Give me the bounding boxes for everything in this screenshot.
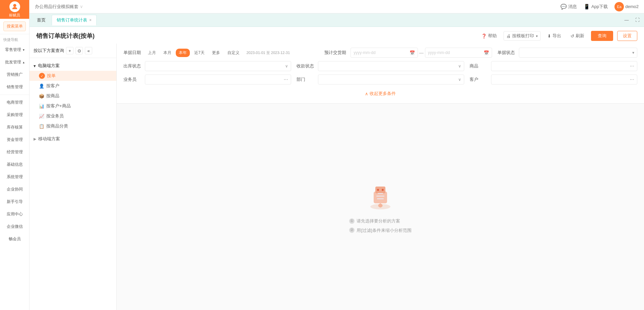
date-separator: — bbox=[419, 50, 424, 55]
sidebar-item-purchase[interactable]: 采购管理 bbox=[0, 109, 29, 121]
tab-sales-stats[interactable]: 销售订单统计表 × bbox=[52, 15, 97, 25]
svg-rect-8 bbox=[377, 198, 384, 199]
sidebar-item-sysmanage[interactable]: 系统管理 bbox=[0, 171, 29, 183]
date-btn-last-month[interactable]: 上月 bbox=[145, 49, 159, 57]
tab-maximize-button[interactable]: ⛶ bbox=[633, 16, 641, 24]
tab-minimize-button[interactable]: — bbox=[623, 16, 631, 24]
tab-close-icon[interactable]: × bbox=[89, 18, 92, 22]
user-profile-button[interactable]: Ea demo2 bbox=[614, 2, 639, 11]
sidebar-item-finance[interactable]: 资金管理 bbox=[0, 134, 29, 146]
sidebar-item-retail-label: 零售管理 bbox=[5, 47, 21, 53]
sidebar-item-vip[interactable]: 畅会员 bbox=[0, 233, 29, 245]
sidebar-item-wholesale[interactable]: 批发管理 ▴ bbox=[0, 56, 29, 68]
payment-select[interactable]: ∨ bbox=[318, 61, 464, 71]
left-panel-title: 按以下方案查询 bbox=[34, 48, 64, 54]
sidebar-item-inventory[interactable]: 库存核算 bbox=[0, 121, 29, 134]
empty-hint-2: ② 用[过滤]条件来缩小分析范围 bbox=[349, 226, 411, 234]
filter-row-1: 单据日期 上月 本月 本年 近7天 更多 自定义 2023-01-01 至 20… bbox=[123, 48, 637, 58]
sidebar-item-sales[interactable]: 销售管理 bbox=[0, 81, 29, 93]
print-dropdown-icon: ▾ bbox=[536, 34, 538, 38]
empty-state: ① 请先选择要分析的方案 ② 用[过滤]条件来缩小分析范围 bbox=[349, 178, 411, 236]
sidebar-item-retail[interactable]: 零售管理 ▾ bbox=[0, 44, 29, 56]
user-avatar: Ea bbox=[614, 2, 624, 11]
sidebar-logo: 标赋员 bbox=[0, 0, 29, 19]
expected-date-start-input[interactable]: yyyy-mm-dd 📅 bbox=[351, 48, 418, 58]
page-header-actions: ❓ 帮助 🖨 按模板打印 ▾ ⬇ 导出 ↺ 刷新 查询 bbox=[479, 31, 637, 41]
app-download-button[interactable]: 📱 App下载 bbox=[584, 4, 608, 10]
filter-department-item: 部门 ∨ bbox=[297, 74, 464, 85]
department-select[interactable]: ∨ bbox=[318, 74, 464, 85]
delivery-select[interactable]: ∨ bbox=[145, 61, 291, 71]
tab-home[interactable]: 首页 bbox=[32, 15, 50, 25]
pc-scheme-parent[interactable]: ▾ 电脑端方案 bbox=[30, 61, 116, 71]
collapse-bar[interactable]: ∧ 收起更多条件 bbox=[123, 88, 637, 99]
calendar-start-icon: 📅 bbox=[410, 50, 415, 55]
collapse-icon: ∧ bbox=[365, 91, 368, 96]
date-btn-more[interactable]: 更多 bbox=[209, 49, 223, 57]
sidebar-item-basicinfo[interactable]: 基础信息 bbox=[0, 158, 29, 171]
edit-scheme-button[interactable]: ⊙ bbox=[75, 47, 83, 54]
scheme-item-by-order[interactable]: ✓ 按单 bbox=[30, 71, 116, 81]
logo-text: 标赋员 bbox=[9, 13, 20, 18]
breadcrumb-text: 办公用品行业模拟账套 bbox=[35, 4, 78, 10]
goods-select[interactable]: ··· bbox=[491, 61, 637, 71]
breadcrumb-arrow-icon[interactable]: ∨ bbox=[80, 4, 83, 9]
scheme-item-by-customer[interactable]: 👤 按客户 bbox=[30, 81, 116, 91]
date-quick-buttons: 上月 本月 本年 近7天 更多 自定义 bbox=[145, 49, 243, 57]
date-btn-this-month[interactable]: 本月 bbox=[160, 49, 174, 57]
filter-date-item: 单据日期 上月 本月 本年 近7天 更多 自定义 2023-01-01 至 20… bbox=[123, 49, 319, 57]
expected-date-end-input[interactable]: yyyy-mm-dd 📅 bbox=[425, 48, 492, 58]
date-btn-last7[interactable]: 近7天 bbox=[191, 49, 208, 57]
help-label: 帮助 bbox=[488, 33, 497, 39]
add-scheme-button[interactable]: + bbox=[66, 47, 73, 54]
mobile-section-label: 移动端方案 bbox=[38, 136, 60, 142]
main-area: 办公用品行业模拟账套 ∨ 💬 消息 📱 App下载 Ea demo2 首页 bbox=[30, 0, 644, 310]
search-menu-button[interactable]: 搜索菜单 bbox=[3, 21, 26, 31]
tab-sales-stats-label: 销售订单统计表 bbox=[57, 17, 87, 23]
sidebar-item-operations[interactable]: 经营管理 bbox=[0, 146, 29, 158]
num-2-text: ② bbox=[350, 227, 354, 234]
settings-button[interactable]: 设置 bbox=[617, 31, 637, 41]
scheme-item-by-salesman[interactable]: 📈 按业务员 bbox=[30, 111, 116, 121]
sidebar-item-ecommerce[interactable]: 电商管理 bbox=[0, 96, 29, 109]
sidebar-item-sales-label: 销售管理 bbox=[7, 84, 23, 90]
svg-rect-6 bbox=[378, 193, 383, 194]
scheme-item-by-goods[interactable]: 📦 按商品 bbox=[30, 91, 116, 101]
date-btn-this-year[interactable]: 本年 bbox=[176, 49, 190, 57]
message-button[interactable]: 💬 消息 bbox=[560, 4, 577, 10]
payment-label: 收款状态 bbox=[297, 63, 315, 69]
goods-ellipsis: ··· bbox=[630, 63, 634, 69]
export-icon: ⬇ bbox=[547, 34, 551, 39]
sidebar-item-appcenter[interactable]: 应用中心 bbox=[0, 208, 29, 220]
salesman-label: 业务员 bbox=[123, 76, 142, 83]
num-1-text: ① bbox=[350, 218, 354, 224]
tab-bar-controls: — ⛶ bbox=[623, 16, 641, 24]
help-button[interactable]: ❓ 帮助 bbox=[479, 32, 499, 40]
collapse-panel-button[interactable]: « bbox=[85, 47, 92, 54]
sidebar-item-wechat[interactable]: 企业微信 bbox=[0, 220, 29, 233]
date-btn-custom[interactable]: 自定义 bbox=[224, 49, 243, 57]
customer-select[interactable]: ··· bbox=[491, 74, 637, 85]
help-icon: ❓ bbox=[481, 34, 487, 39]
scheme-item-by-customer-goods[interactable]: 📊 按客户+商品 bbox=[30, 101, 116, 111]
sidebar-item-marketing[interactable]: 营销推广 bbox=[0, 68, 29, 81]
filter-section: 单据日期 上月 本月 本年 近7天 更多 自定义 2023-01-01 至 20… bbox=[117, 44, 644, 104]
active-scheme-indicator: ✓ bbox=[39, 73, 45, 79]
salesman-select[interactable]: ··· bbox=[145, 74, 291, 85]
date-range-text: 2023-01-01 至 2023-12-31 bbox=[247, 50, 290, 55]
app-download-icon: 📱 bbox=[584, 4, 590, 10]
print-button[interactable]: 🖨 按模板打印 ▾ bbox=[503, 31, 541, 41]
top-bar: 办公用品行业模拟账套 ∨ 💬 消息 📱 App下载 Ea demo2 bbox=[30, 0, 644, 13]
export-button[interactable]: ⬇ 导出 bbox=[545, 32, 564, 40]
minimize-icon: — bbox=[625, 17, 629, 22]
refresh-button[interactable]: ↺ 刷新 bbox=[568, 32, 587, 40]
sidebar-item-newbie[interactable]: 新手引导 bbox=[0, 196, 29, 208]
sidebar-item-enterprise[interactable]: 企业协同 bbox=[0, 183, 29, 196]
mobile-scheme-section[interactable]: ▶ 移动端方案 bbox=[30, 134, 116, 144]
app-download-label: App下载 bbox=[591, 4, 608, 10]
svg-point-0 bbox=[13, 4, 16, 7]
scheme-item-by-category[interactable]: 📋 按商品分类 bbox=[30, 121, 116, 131]
query-button[interactable]: 查询 bbox=[591, 31, 613, 41]
by-goods-icon: 📦 bbox=[39, 93, 44, 99]
status-select[interactable]: ▾ bbox=[519, 48, 637, 58]
